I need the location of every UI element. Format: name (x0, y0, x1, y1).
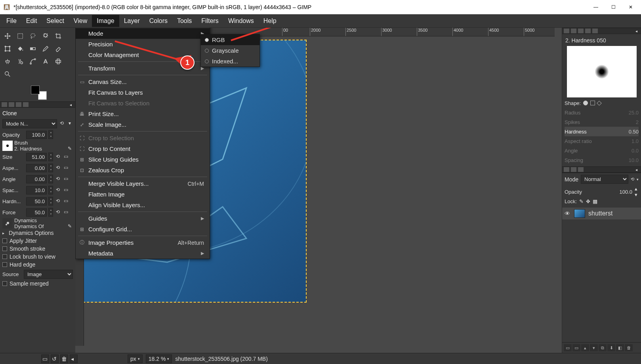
reset-icon[interactable]: ⟲ (55, 187, 61, 193)
dock-tab[interactable] (16, 102, 21, 107)
menu-icon[interactable]: ▭ (63, 187, 69, 193)
menu-item-crop-to-content[interactable]: ⛶Crop to Content (76, 143, 210, 154)
menu-item-print-size-[interactable]: 🖶Print Size... (76, 109, 210, 119)
menu-windows[interactable]: Windows (223, 15, 259, 27)
mask-layer-button[interactable]: ◧ (616, 344, 624, 351)
spinner[interactable]: ▴▾ (48, 197, 53, 206)
menu-item-metadata[interactable]: Metadata▶ (76, 248, 210, 259)
text-tool[interactable] (40, 55, 52, 67)
shape-diamond-icon[interactable] (597, 101, 602, 106)
layer-mode-select[interactable]: Normal (581, 175, 628, 184)
expand-icon[interactable]: ◂ (70, 103, 74, 107)
source-select[interactable]: Image (24, 270, 73, 279)
lock-pixels-icon[interactable]: ✎ (579, 198, 584, 204)
menu-select[interactable]: Select (42, 15, 69, 27)
menu-icon[interactable]: ▭ (63, 165, 69, 171)
merge-layer-button[interactable]: ⬇ (607, 344, 615, 351)
menu-item-slice-using-guides[interactable]: ⊞Slice Using Guides (76, 154, 210, 165)
color-swatch[interactable] (31, 86, 47, 100)
zoom-tool[interactable] (2, 68, 13, 80)
menu-item-fit-canvas-to-layers[interactable]: Fit Canvas to Layers (76, 87, 210, 98)
fuzzy-select-tool[interactable] (40, 30, 52, 42)
close-button[interactable]: ✕ (622, 1, 639, 13)
reset-icon[interactable]: ⟲ (55, 198, 61, 204)
status-icon[interactable]: ↺ (51, 354, 59, 363)
menu-icon[interactable]: ▭ (63, 198, 69, 204)
layer-group-button[interactable]: ▭ (572, 344, 580, 351)
blend-mode-select[interactable]: Mode N... (2, 119, 57, 128)
dock-tab[interactable] (2, 102, 7, 107)
menu-edit[interactable]: Edit (21, 15, 42, 27)
expand-icon[interactable]: ◂ (635, 168, 639, 172)
eraser-tool[interactable] (52, 43, 64, 55)
layer-name[interactable]: shutterst (588, 210, 612, 217)
slider-input[interactable]: 0.00 (26, 175, 47, 183)
status-icon[interactable]: 🗑 (60, 354, 68, 363)
reset-icon[interactable]: ⟲ (55, 154, 61, 160)
dock-tab[interactable] (564, 29, 569, 33)
dock-tab[interactable] (585, 29, 591, 33)
dock-tab[interactable] (578, 167, 584, 172)
spinner[interactable]: ▴▾ (48, 186, 53, 194)
menu-item-zealous-crop[interactable]: ⊡Zealous Crop (76, 165, 210, 175)
menu-view[interactable]: View (69, 15, 92, 27)
dock-tab[interactable] (564, 167, 569, 172)
edit-dynamics-icon[interactable]: ✎ (67, 223, 73, 230)
gradient-tool[interactable] (27, 43, 39, 55)
new-layer-button[interactable]: ▭ (564, 344, 572, 351)
menu-item-guides[interactable]: Guides▶ (76, 213, 210, 224)
crop-tool[interactable] (52, 30, 64, 42)
lock-brush-checkbox[interactable]: Lock brush to view (2, 253, 73, 261)
menu-item-canvas-size-[interactable]: ▭Canvas Size... (76, 76, 210, 87)
spinner[interactable]: ▴▾ (48, 175, 53, 183)
unit-select[interactable]: px▾ (128, 354, 143, 363)
reset-icon[interactable]: ⟲ (631, 177, 634, 182)
reset-icon[interactable]: ⟲ (59, 120, 65, 127)
menu-image[interactable]: Image (92, 15, 119, 27)
dock-tab[interactable] (571, 29, 576, 33)
opacity-input[interactable]: 100.0 (26, 131, 47, 139)
status-icon[interactable]: ◂ (70, 354, 78, 363)
dynamics-preview[interactable] (2, 218, 13, 229)
smudge-tool[interactable] (14, 55, 26, 67)
layer-opacity-value[interactable]: 100.0 (619, 189, 632, 195)
heal-tool[interactable] (52, 55, 64, 67)
reset-icon[interactable]: ⟲ (55, 176, 61, 182)
spinner[interactable]: ▴▾ (48, 152, 53, 161)
hard-edge-checkbox[interactable]: Hard edge (2, 261, 73, 269)
reset-icon[interactable]: ⟲ (55, 165, 61, 171)
menu-file[interactable]: File (2, 15, 21, 27)
zoom-select[interactable]: 18.2 %▾ (146, 354, 172, 363)
menu-layer[interactable]: Layer (119, 15, 145, 27)
chevron-down-icon[interactable]: ▾ (637, 177, 639, 181)
menu-item-merge-visible-layers-[interactable]: Merge Visible Layers...Ctrl+M (76, 178, 210, 189)
rect-select-tool[interactable] (14, 30, 26, 42)
transform-tool[interactable] (2, 43, 13, 55)
menu-item-image-properties[interactable]: ⓘImage PropertiesAlt+Return (76, 237, 210, 248)
expand-icon[interactable]: ◂ (635, 29, 639, 33)
edit-brush-icon[interactable]: ✎ (67, 146, 73, 152)
shape-circle-icon[interactable] (583, 101, 588, 105)
duplicate-layer-button[interactable]: ⧉ (599, 344, 607, 351)
jitter-checkbox[interactable]: Apply Jitter (2, 237, 73, 245)
menu-item-flatten-image[interactable]: Flatten Image (76, 189, 210, 200)
menu-item-configure-grid-[interactable]: ⊞Configure Grid... (76, 224, 210, 234)
slider-input[interactable]: 50.0 (26, 208, 47, 217)
slider-input[interactable]: 50.0 (26, 197, 47, 206)
spinner[interactable]: ▴▾ (48, 208, 53, 217)
mode-option-indexed[interactable]: Indexed... (201, 56, 259, 67)
pencil-tool[interactable] (40, 43, 52, 55)
clone-tool[interactable] (2, 55, 13, 67)
shape-square-icon[interactable] (590, 101, 595, 105)
visibility-icon[interactable]: 👁 (565, 210, 571, 217)
layer-row[interactable]: 👁 shutterst (562, 208, 641, 219)
dock-tab[interactable] (9, 102, 14, 107)
path-tool[interactable] (27, 55, 39, 67)
slider-input[interactable]: 51.00 (26, 153, 47, 161)
shape-selector[interactable] (583, 101, 601, 105)
lock-alpha-icon[interactable]: ▩ (593, 198, 597, 204)
dock-tab[interactable] (23, 102, 29, 107)
spinner[interactable]: ▴▾ (48, 130, 53, 139)
dock-tab[interactable] (571, 167, 576, 172)
brush-preview[interactable] (2, 141, 13, 151)
